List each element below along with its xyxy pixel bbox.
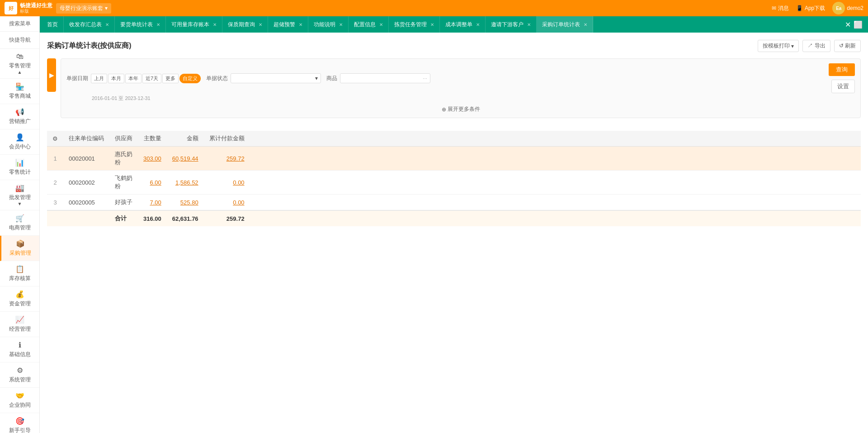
- sidebar-item-purchase-mgmt[interactable]: 📦 采购管理: [0, 236, 39, 261]
- table-row: 1 00020001 惠氏奶粉 303.00 60,519.44 259.72: [47, 147, 861, 171]
- row-num-1: 1: [47, 147, 63, 171]
- logo-icon: 好: [5, 2, 17, 14]
- sidebar-item-operations[interactable]: 📈 经营管理: [0, 312, 39, 337]
- sidebar-item-basic-info[interactable]: ℹ 基础信息: [0, 337, 39, 362]
- filter-toggle-button[interactable]: ▶: [47, 58, 56, 92]
- row-quantity-1[interactable]: 303.00: [138, 147, 167, 171]
- row-quantity-3[interactable]: 7.00: [138, 195, 167, 211]
- user-avatar[interactable]: Ea demo2: [832, 2, 863, 14]
- row-paid-3[interactable]: 0.00: [204, 195, 250, 211]
- restore-tab-button[interactable]: ⬜: [854, 20, 863, 29]
- sidebar-item-retail-mall[interactable]: 🏪 零售商城: [0, 79, 39, 104]
- inventory-icon: 📋: [15, 265, 24, 273]
- footer-amount: 62,631.76: [167, 210, 204, 226]
- date-btn-this-month[interactable]: 本月: [108, 74, 124, 83]
- tab-close-invite[interactable]: ✕: [527, 22, 531, 27]
- sidebar-quick-nav[interactable]: 快捷导航: [0, 32, 39, 49]
- goods-search-icon: ···: [423, 75, 427, 81]
- row-quantity-2[interactable]: 6.00: [138, 171, 167, 195]
- tab-close-overstock[interactable]: ✕: [299, 22, 302, 27]
- filter-date: 单据日期 上月 本月 本年 近7天 更多 自定义: [66, 74, 201, 83]
- query-button[interactable]: 查询: [829, 63, 855, 76]
- table-header-row: ⚙ 往来单位编码 供应商 主数量 金额 累计付款金额: [47, 131, 861, 147]
- sidebar-item-wholesale-mgmt[interactable]: 🏭 批发管理 ▼: [0, 180, 39, 210]
- date-btn-more[interactable]: 更多: [162, 74, 179, 83]
- tab-close-receivables[interactable]: ✕: [105, 22, 109, 27]
- tab-picking-task[interactable]: 拣货任务管理 ✕: [389, 16, 440, 33]
- sidebar-item-enterprise-collab[interactable]: 🤝 企业协同: [0, 388, 39, 413]
- col-unit-code: 往来单位编码: [63, 131, 109, 147]
- footer-paid: 259.72: [204, 210, 250, 226]
- table-row: 2 00020002 飞鹤奶粉 6.00 1,586.52 0.00: [47, 171, 861, 195]
- close-tab-button[interactable]: ✕: [845, 20, 851, 29]
- tab-purchase-order-stats[interactable]: 采购订单统计表 ✕: [537, 16, 593, 33]
- date-btn-7days[interactable]: 近7天: [142, 74, 161, 83]
- tab-close-requisition[interactable]: ✕: [156, 22, 160, 27]
- tab-receivables-summary[interactable]: 收发存汇总表 ✕: [64, 16, 115, 33]
- logo-text: 畅捷通好生意: [20, 2, 52, 9]
- tab-close-picking[interactable]: ✕: [430, 22, 434, 27]
- row-amount-3[interactable]: 525.80: [167, 195, 204, 211]
- tab-available-inventory[interactable]: 可用量库存账本 ✕: [166, 16, 222, 33]
- sidebar-item-inventory[interactable]: 📋 库存核算: [0, 261, 39, 286]
- expand-icon: ⊕: [442, 106, 446, 113]
- goods-input[interactable]: [343, 75, 423, 81]
- sidebar-item-retail-mgmt[interactable]: 🛍 零售管理 ▲: [0, 49, 39, 79]
- template-print-label: 按模板打印: [763, 42, 790, 50]
- tab-overstock-warning[interactable]: 超储预警 ✕: [268, 16, 308, 33]
- footer-quantity: 316.00: [138, 210, 167, 226]
- col-settings[interactable]: ⚙: [47, 131, 63, 147]
- sidebar-item-retail-stats[interactable]: 📊 零售统计: [0, 155, 39, 180]
- tab-close-purchase-stats[interactable]: ✕: [584, 22, 587, 27]
- template-print-button[interactable]: 按模板打印 ▾: [758, 40, 799, 52]
- tab-close-cost[interactable]: ✕: [476, 22, 480, 27]
- status-select[interactable]: ▾: [231, 73, 321, 83]
- sidebar-item-beginner-guide[interactable]: 🎯 新手引导: [0, 413, 39, 433]
- page-title-actions: 按模板打印 ▾ ↗ 导出 ↺ 刷新: [758, 40, 861, 52]
- app-download-button[interactable]: 📱 App下载: [796, 5, 825, 12]
- tab-home[interactable]: 首页: [42, 16, 64, 33]
- sidebar-item-marketing[interactable]: 📢 营销推广: [0, 104, 39, 129]
- dropdown-icon: ▾: [315, 75, 318, 81]
- goods-input-wrapper: ···: [340, 73, 430, 83]
- date-btn-last-month[interactable]: 上月: [91, 74, 107, 83]
- date-btn-custom[interactable]: 自定义: [179, 74, 201, 83]
- retail-mall-icon: 🏪: [15, 82, 24, 91]
- export-icon: ↗: [807, 43, 813, 49]
- tab-config-info[interactable]: 配置信息 ✕: [349, 16, 389, 33]
- sidebar-search[interactable]: 搜索菜单: [0, 16, 39, 32]
- col-empty: [250, 131, 861, 147]
- refresh-button[interactable]: ↺ 刷新: [834, 40, 861, 52]
- row-code-2: 00020002: [63, 171, 109, 195]
- tab-function-desc[interactable]: 功能说明 ✕: [308, 16, 349, 33]
- row-code-1: 00020001: [63, 147, 109, 171]
- export-button[interactable]: ↗ 导出: [802, 40, 830, 52]
- tab-close-shelf-life[interactable]: ✕: [259, 22, 262, 27]
- tab-shelf-life[interactable]: 保质期查询 ✕: [222, 16, 268, 33]
- sidebar-item-system-mgmt[interactable]: ⚙ 系统管理: [0, 362, 39, 388]
- tab-close-config[interactable]: ✕: [379, 22, 383, 27]
- sidebar-item-finance[interactable]: 💰 资金管理: [0, 286, 39, 312]
- row-paid-2[interactable]: 0.00: [204, 171, 250, 195]
- date-btn-this-year[interactable]: 本年: [125, 74, 142, 83]
- sidebar-search-label: 搜索菜单: [9, 20, 31, 27]
- row-amount-1[interactable]: 60,519.44: [167, 147, 204, 171]
- row-num-3: 3: [47, 195, 63, 211]
- tab-cost-adjustment[interactable]: 成本调整单 ✕: [440, 16, 486, 33]
- row-paid-1[interactable]: 259.72: [204, 147, 250, 171]
- top-bar-left: 好 畅捷通好生意 标版 母婴行业演示账套 ▾: [5, 2, 111, 14]
- tab-close-inventory[interactable]: ✕: [213, 22, 217, 27]
- logo-area: 好 畅捷通好生意 标版: [5, 2, 52, 14]
- settings-button[interactable]: 设置: [831, 80, 855, 93]
- col-paid: 累计付款金额: [204, 131, 250, 147]
- logo-subtext: 标版: [20, 9, 52, 14]
- row-amount-2[interactable]: 1,586.52: [167, 171, 204, 195]
- tab-invite-downstream[interactable]: 邀请下游客户 ✕: [486, 16, 537, 33]
- sidebar-item-member-center[interactable]: 👤 会员中心: [0, 129, 39, 155]
- tab-close-func[interactable]: ✕: [339, 22, 343, 27]
- sidebar-item-ecommerce[interactable]: 🛒 电商管理: [0, 210, 39, 236]
- expand-more-button[interactable]: ⊕ 展开更多条件: [442, 105, 480, 113]
- tab-requisition-stats[interactable]: 要货单统计表 ✕: [115, 16, 166, 33]
- workspace-selector[interactable]: 母婴行业演示账套 ▾: [56, 3, 111, 14]
- message-button[interactable]: ✉ 消息: [772, 5, 789, 12]
